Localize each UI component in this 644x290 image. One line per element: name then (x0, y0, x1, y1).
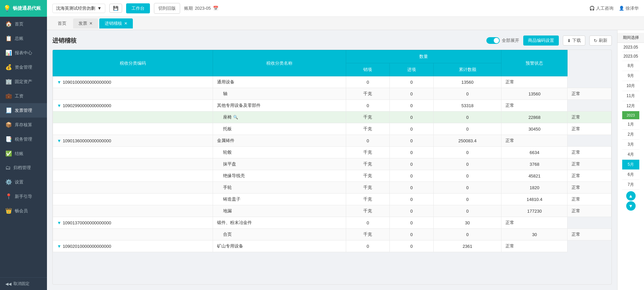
row-sales: 0 (390, 205, 433, 217)
sidebar-item-label: 总账 (15, 35, 23, 42)
sidebar-icon: 📊 (5, 50, 12, 56)
row-code: ▼10902990000000000000 (53, 100, 213, 112)
row-name: 轮毂 (213, 147, 346, 158)
sidebar-item-label: 畅会员 (15, 208, 28, 214)
sidebar-item-设置[interactable]: ⚙️设置 (0, 175, 47, 189)
service-button[interactable]: 🎧 人工咨询 (589, 5, 613, 11)
period-label: 账期 (184, 5, 193, 11)
product-code-button[interactable]: 商品编码设置 (523, 35, 559, 46)
period-item[interactable]: 1月 (622, 120, 639, 130)
col-header-code: 税收分类编码 (53, 50, 213, 76)
row-unit: 千克 (346, 194, 389, 205)
row-total: 22868 (501, 112, 568, 123)
save-icon-button[interactable]: 💾 (109, 4, 122, 13)
old-version-button[interactable]: 切到旧版 (154, 3, 180, 14)
sidebar-item-资金管理[interactable]: 💰资金管理 (0, 60, 47, 74)
period-item[interactable]: 3月 (622, 140, 639, 150)
row-name: 地漏 (213, 205, 346, 217)
sidebar-item-首页[interactable]: 🏠首页 (0, 17, 47, 31)
period-item[interactable]: 12月 (622, 101, 639, 111)
logo-icon: 💡 (3, 5, 11, 12)
period-item[interactable]: 8月 (622, 61, 639, 71)
row-warning: 正常 (568, 112, 611, 123)
row-code (53, 182, 213, 194)
sidebar-cancel-pin[interactable]: ◀◀ 取消固定 (0, 277, 47, 290)
download-button[interactable]: ⬇ 下载 (563, 35, 585, 46)
sidebar-item-label: 报表中心 (15, 50, 32, 56)
period-item[interactable]: 6月 (622, 170, 639, 180)
row-total: 1820 (501, 182, 568, 194)
sidebar-item-发票管理[interactable]: 🧾发票管理 (0, 103, 47, 118)
main-content: 沈海英测试经营勿删 ▼ 💾 工作台 切到旧版 账期 2023-05 📅 🎧 人工… (47, 0, 644, 290)
calendar-icon[interactable]: 📅 (213, 6, 218, 11)
tab-home[interactable]: 首页 (52, 18, 72, 28)
user-label: 徐泽华 (626, 5, 639, 11)
row-total: 250083.4 (433, 135, 501, 147)
row-code: ▼10901360000000000000 (53, 135, 213, 147)
tab-invoice[interactable]: 发票 ✕ (73, 18, 98, 28)
sidebar-item-结账[interactable]: ✅结账 (0, 146, 47, 161)
row-code (53, 88, 213, 100)
row-sales: 0 (390, 182, 433, 194)
row-purchase: 0 (390, 217, 433, 229)
logo-text: 畅捷通易代账 (13, 5, 41, 11)
table-row: 合页 千克 0 0 30 正常 (53, 229, 611, 240)
tab-home-label: 首页 (58, 20, 66, 26)
row-purchase: 0 (433, 123, 501, 135)
period-item[interactable]: 11月 (622, 91, 639, 101)
tab-reconciliation[interactable]: 进销稽核 ✕ (99, 18, 133, 28)
period-item[interactable]: 7月 (622, 180, 639, 190)
row-total: 30450 (501, 123, 568, 135)
tab-reconciliation-close[interactable]: ✕ (124, 21, 127, 26)
period-item[interactable]: 2023.05 (622, 43, 639, 52)
period-item[interactable]: 4月 (622, 150, 639, 160)
sidebar-item-税务管理[interactable]: 📑税务管理 (0, 132, 47, 146)
sidebar-item-工资[interactable]: 💼工资 (0, 89, 47, 103)
period-item[interactable]: 10月 (622, 81, 639, 91)
row-code: ▼10901370000000000000 (53, 217, 213, 229)
sidebar-logo: 💡 畅捷通易代账 (0, 0, 47, 17)
tab-reconciliation-label: 进销稽核 (105, 20, 122, 26)
sidebar-item-label: 设置 (15, 179, 23, 185)
row-warning: 正常 (501, 217, 568, 229)
search-icon[interactable]: 🔍 (233, 115, 238, 120)
sidebar-item-label: 发票管理 (15, 107, 32, 114)
sidebar-item-label: 首页 (15, 21, 23, 27)
sidebar-item-总账[interactable]: 📋总账 (0, 31, 47, 46)
sidebar-item-固定资产[interactable]: 🏢固定资产 (0, 74, 47, 89)
company-selector[interactable]: 沈海英测试经营勿删 ▼ (52, 4, 105, 13)
row-code (53, 194, 213, 205)
sidebar-item-新手引导[interactable]: 📍新手引导 (0, 189, 47, 204)
row-warning: 正常 (501, 76, 568, 88)
row-name: 铸造盖子 (213, 194, 346, 205)
service-label: 人工咨询 (596, 5, 613, 11)
period-item[interactable]: 2月 (622, 130, 639, 140)
refresh-button[interactable]: ↻ 刷新 (589, 35, 612, 46)
sidebar-icon: 📍 (5, 193, 12, 200)
tab-invoice-close[interactable]: ✕ (89, 21, 93, 26)
row-name: 托板 (213, 123, 346, 135)
period-item[interactable]: 2023.05 (622, 52, 639, 61)
sidebar-item-库存核算[interactable]: 📦库存核算 (0, 118, 47, 132)
period-item[interactable]: 5月 (622, 160, 639, 170)
row-unit: 千克 (346, 205, 389, 217)
table-row: 抹平盘 千克 0 0 3768 正常 (53, 158, 611, 170)
table-row: 轴 千克 0 0 13560 正常 (53, 88, 611, 100)
sidebar-item-归档管理[interactable]: 🗂归档管理 (0, 161, 47, 175)
period-value: 2023-05 (195, 6, 211, 11)
sidebar-item-畅会员[interactable]: 👑畅会员 (0, 204, 47, 218)
period-item[interactable]: 9月 (622, 71, 639, 81)
headset-icon: 🎧 (589, 6, 595, 11)
panel-up-button[interactable]: ▲ (626, 191, 636, 201)
row-name: 座椅 🔍 (213, 112, 346, 123)
row-purchase: 0 (433, 182, 501, 194)
workbench-button[interactable]: 工作台 (126, 3, 150, 13)
expand-toggle[interactable] (486, 37, 500, 44)
sidebar-icon: 📑 (5, 136, 12, 142)
row-total: 14810.4 (501, 194, 568, 205)
panel-down-button[interactable]: ▼ (626, 201, 636, 211)
sidebar-item-报表中心[interactable]: 📊报表中心 (0, 46, 47, 60)
table-row: 地漏 千克 0 0 177230 正常 (53, 205, 611, 217)
period-item[interactable]: 2023 (622, 111, 639, 120)
user-profile[interactable]: 👤 徐泽华 (619, 5, 639, 11)
